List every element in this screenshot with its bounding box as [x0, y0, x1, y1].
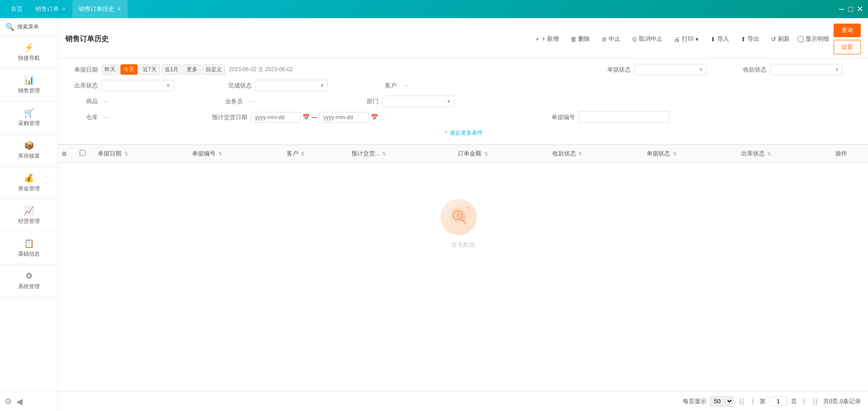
- bill-number-control: [579, 111, 861, 123]
- th-expected-date-sort-icon[interactable]: ⇅: [382, 151, 386, 156]
- maximize-icon[interactable]: □: [848, 5, 853, 14]
- top-bar-controls: ─ □ ✕: [839, 4, 863, 14]
- sidebar-item-purchase-mgmt[interactable]: 🛒 采购管理: [0, 102, 58, 134]
- expected-date-label: 预计交货日期: [210, 113, 251, 121]
- sidebar-item-quick-nav[interactable]: ⚡ 快捷导航: [0, 36, 58, 69]
- minimize-icon[interactable]: ─: [839, 5, 844, 14]
- sidebar-item-operations[interactable]: 📈 经营管理: [0, 199, 58, 232]
- date-btn-custom[interactable]: 自定义: [202, 64, 225, 75]
- tab-home[interactable]: 首页: [5, 0, 29, 18]
- date-btn-yesterday[interactable]: 昨天: [101, 64, 119, 75]
- customer-dots-button[interactable]: ···: [402, 82, 408, 90]
- cal-icon-to: 📅: [371, 114, 378, 121]
- sidebar-item-finance[interactable]: 💰 资金管理: [0, 167, 58, 199]
- delete-button[interactable]: 🗑 删除: [567, 33, 594, 45]
- sidebar-item-operations-label: 经营管理: [18, 218, 40, 225]
- tab-sales-order-history[interactable]: 销售订单历史 ✕: [72, 0, 128, 18]
- total-text: 共0页,0条记录: [823, 397, 861, 406]
- purchase-mgmt-icon: 🛒: [24, 108, 34, 118]
- department-select[interactable]: ▾: [382, 96, 455, 107]
- date-btn-7days[interactable]: 近7天: [139, 64, 160, 75]
- sidebar-item-sales-mgmt[interactable]: 📊 销售管理: [0, 69, 58, 102]
- stop-button[interactable]: ⊘ 中止: [598, 33, 624, 45]
- last-page-button[interactable]: ⟩⟩: [810, 396, 820, 406]
- date-btn-today[interactable]: 今天: [120, 64, 138, 75]
- sidebar-search-label: 搜索菜单: [17, 23, 39, 31]
- sidebar-item-sales-mgmt-label: 销售管理: [18, 87, 40, 95]
- collapse-row[interactable]: ⌃ 收起更多条件: [65, 127, 861, 139]
- complete-status-select[interactable]: ▾: [255, 80, 328, 91]
- warehouse-dots-button[interactable]: ···: [103, 113, 109, 121]
- receipt-status-select[interactable]: ▾: [770, 64, 843, 75]
- date-label: 单据日期: [65, 66, 101, 74]
- sidebar-item-inventory[interactable]: 📦 库存核算: [0, 134, 58, 167]
- th-amount-sort-icon[interactable]: ⇅: [484, 151, 488, 156]
- bill-status-label: 单据状态: [598, 66, 634, 74]
- th-receipt-status: 收款状态 ⇅: [549, 145, 643, 163]
- customer-label: 客户: [364, 82, 400, 90]
- expected-date-to[interactable]: [319, 112, 369, 123]
- stop-icon: ⊘: [602, 36, 607, 43]
- tab-sales-order-close[interactable]: ✕: [62, 6, 66, 12]
- toolbar: ＋ + 新增 🗑 删除 ⊘ 中止 ⊙ 取消中止 🖨 打印: [531, 24, 861, 54]
- tab-sales-order[interactable]: 销售订单 ✕: [29, 0, 72, 18]
- sidebar-item-basic-info[interactable]: 📋 基础信息: [0, 232, 58, 265]
- select-all-checkbox[interactable]: [80, 150, 86, 156]
- close-window-icon[interactable]: ✕: [857, 4, 863, 14]
- th-customer-sort-icon[interactable]: ⇅: [301, 151, 305, 156]
- first-page-button[interactable]: ⟨⟨: [737, 396, 746, 406]
- import-button[interactable]: ⬇ 导入: [707, 33, 733, 45]
- th-number-sort-icon[interactable]: ⇅: [218, 151, 222, 156]
- sidebar-collapse-icon[interactable]: ◀: [16, 396, 23, 406]
- sidebar-search[interactable]: 🔍 搜索菜单: [0, 18, 58, 36]
- cancel-stop-button[interactable]: ⊙ 取消中止: [628, 33, 666, 45]
- th-amount-label: 订单金额: [458, 150, 481, 157]
- setting-button[interactable]: 设置: [834, 40, 861, 54]
- complete-status-control: ▾: [255, 80, 355, 91]
- salesperson-dots-button[interactable]: ···: [248, 97, 254, 106]
- th-bill-status-sort-icon[interactable]: ⇅: [673, 151, 677, 156]
- refresh-button[interactable]: ↺ 刷新: [767, 33, 793, 45]
- tab-sales-order-label: 销售订单: [35, 5, 59, 13]
- out-status-control: ▾: [101, 80, 201, 91]
- date-btn-1month[interactable]: 近1月: [162, 64, 182, 75]
- sidebar-item-basic-info-label: 基础信息: [18, 250, 40, 258]
- th-date-sort-icon[interactable]: ⇅: [124, 151, 128, 156]
- collapse-up-icon: ⌃: [444, 130, 448, 136]
- sidebar: 🔍 搜索菜单 ⚡ 快捷导航 📊 销售管理 🛒 采购管理 📦 库存核算 💰 资金管…: [0, 18, 58, 411]
- page-size-select[interactable]: 10 20 50 100: [710, 396, 734, 406]
- bill-status-select[interactable]: ▾: [634, 64, 707, 75]
- table-settings-icon[interactable]: ⚙: [62, 150, 67, 157]
- page-number-input[interactable]: [769, 396, 787, 406]
- salesperson-label: 业务员: [210, 97, 246, 106]
- quick-nav-icon: ⚡: [24, 43, 34, 53]
- new-button[interactable]: ＋ + 新增: [531, 33, 562, 45]
- show-detail-checkbox[interactable]: [798, 36, 804, 42]
- tab-sales-order-history-label: 销售订单历史: [79, 5, 114, 13]
- print-button[interactable]: 🖨 打印 ▾: [671, 33, 702, 45]
- sidebar-settings-icon[interactable]: ⚙: [5, 396, 12, 406]
- th-receipt-status-sort-icon[interactable]: ⇅: [578, 151, 582, 156]
- page-size-label: 每页显示: [683, 397, 706, 406]
- bill-number-input[interactable]: [579, 111, 669, 123]
- pagination-bar: 每页显示 10 20 50 100 ⟨⟨ ⟨ 第 页 ⟩ ⟩⟩ 共0页,0条记录: [58, 391, 868, 411]
- query-button[interactable]: 查询: [834, 24, 861, 37]
- prev-page-button[interactable]: ⟨: [750, 396, 756, 406]
- th-out-status-sort-icon[interactable]: ⇅: [767, 151, 771, 156]
- sidebar-item-system-mgmt[interactable]: ⚙ 系统管理: [0, 265, 58, 297]
- filter-row-1: 单据日期 昨天 今天 近7天 近1月 更多 自定义 2023-06-02 至 2…: [65, 64, 861, 75]
- goods-dots-button[interactable]: ···: [103, 97, 109, 106]
- export-button[interactable]: ⬆ 导出: [737, 33, 763, 45]
- next-page-button[interactable]: ⟩: [801, 396, 807, 406]
- main-layout: 🔍 搜索菜单 ⚡ 快捷导航 📊 销售管理 🛒 采购管理 📦 库存核算 💰 资金管…: [0, 18, 868, 411]
- department-chevron-icon: ▾: [447, 98, 451, 105]
- date-btn-more[interactable]: 更多: [183, 64, 201, 75]
- expected-date-from[interactable]: [251, 112, 301, 123]
- system-mgmt-icon: ⚙: [25, 271, 33, 281]
- empty-state: 暂无数据: [58, 163, 868, 285]
- empty-illustration: [441, 199, 477, 235]
- svg-point-5: [456, 213, 460, 218]
- top-bar: 首页 销售订单 ✕ 销售订单历史 ✕ ─ □ ✕: [0, 0, 868, 18]
- tab-sales-order-history-close[interactable]: ✕: [117, 6, 121, 12]
- out-status-select[interactable]: ▾: [101, 80, 174, 91]
